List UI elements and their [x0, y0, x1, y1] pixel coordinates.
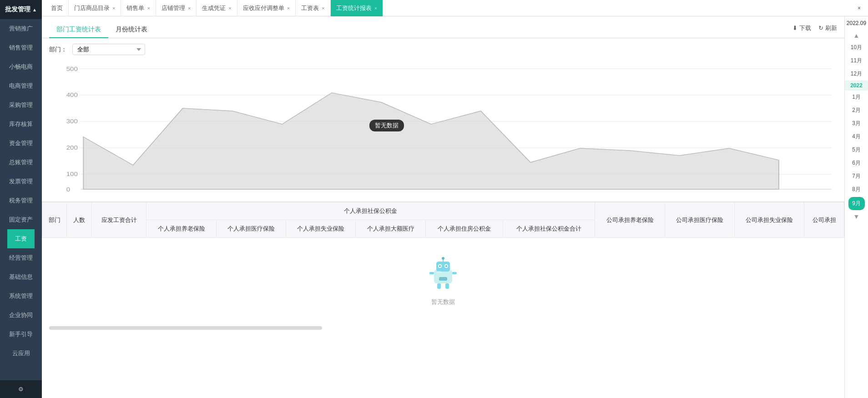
table-scrollbar[interactable] — [49, 326, 322, 330]
close-all-tabs-button[interactable]: × — [854, 5, 864, 11]
th-personal-pension: 个人承担养老保险 — [146, 220, 216, 238]
sidebar-item-12[interactable]: 经营管理 — [7, 248, 35, 267]
th-personal-major: 个人承担大额医疗 — [356, 220, 425, 238]
th-personal-medical: 个人承担医疗保险 — [216, 220, 286, 238]
refresh-label: 刷新 — [825, 24, 837, 32]
sidebar-item-17[interactable]: 云应用 — [7, 344, 35, 363]
th-company-unemploy: 公司承担失业保险 — [735, 202, 804, 238]
svg-rect-24 — [445, 283, 449, 289]
svg-point-16 — [439, 265, 441, 267]
sidebar-item-16[interactable]: 新手引导 — [7, 325, 35, 344]
month-panel-item-11[interactable]: 8月 — [845, 183, 868, 196]
tab-4[interactable]: 生成凭证× — [197, 0, 237, 16]
sidebar-item-6[interactable]: 资金管理 — [7, 134, 35, 153]
svg-point-17 — [445, 265, 447, 267]
tab-6[interactable]: 工资表× — [296, 0, 330, 16]
refresh-button[interactable]: ↻ 刷新 — [818, 24, 837, 32]
tab-7[interactable]: 工资统计报表× — [331, 0, 383, 16]
month-panel-year-3[interactable]: 2022 — [845, 81, 868, 91]
tab-close-2[interactable]: × — [147, 5, 150, 11]
month-panel-item-12[interactable]: 9月 — [848, 197, 865, 210]
th-company-other: 公司承担 — [804, 202, 844, 238]
svg-rect-21 — [429, 272, 434, 274]
svg-text:100: 100 — [66, 171, 78, 177]
sidebar-footer-settings[interactable]: ⚙ — [0, 380, 42, 398]
month-panel-item-8[interactable]: 5月 — [845, 143, 868, 156]
sidebar-item-10[interactable]: 固定资产 — [7, 210, 35, 229]
month-panel-item-9[interactable]: 6月 — [845, 156, 868, 170]
sidebar-item-8[interactable]: 发票管理 — [7, 172, 35, 191]
tab-0[interactable]: 首页 — [45, 0, 69, 16]
sidebar-item-11[interactable]: 工资 — [7, 229, 35, 248]
svg-point-20 — [442, 257, 444, 260]
sidebar-item-15[interactable]: 企业协同 — [7, 306, 35, 325]
tab-close-5[interactable]: × — [287, 5, 290, 11]
sidebar-item-14[interactable]: 系统管理 — [7, 287, 35, 306]
month-panel-item-4[interactable]: 1月 — [845, 91, 868, 104]
tab-2[interactable]: 销售单× — [121, 0, 156, 16]
tab-close-6[interactable]: × — [322, 5, 324, 11]
filter-dept-label: 部门： — [49, 45, 67, 54]
month-panel-year-label[interactable]: 2022.09 — [845, 16, 868, 30]
page-content: 部门工资统计表 月份统计表 ⬇ 下载 ↻ 刷新 部门： — [42, 16, 844, 398]
tab-close-3[interactable]: × — [188, 5, 191, 11]
svg-rect-12 — [434, 270, 452, 283]
dept-select[interactable]: 全部 — [72, 44, 145, 55]
svg-text:200: 200 — [66, 145, 78, 151]
sidebar-item-0[interactable]: 营销推广 — [7, 19, 35, 38]
tab-close-7[interactable]: × — [374, 5, 377, 11]
tab-5[interactable]: 应收应付调整单× — [237, 0, 296, 16]
sub-tabs: 部门工资统计表 月份统计表 ⬇ 下载 ↻ 刷新 — [42, 16, 844, 38]
tab-close-4[interactable]: × — [228, 5, 231, 11]
th-count: 人数 — [67, 202, 91, 238]
download-icon: ⬇ — [792, 25, 797, 31]
chart-area: 500 400 300 200 100 0 — [42, 60, 844, 202]
sidebar-header[interactable]: 批发管理 ▲ — [0, 0, 42, 19]
sidebar-item-5[interactable]: 库存核算 — [7, 115, 35, 134]
th-personal-total: 个人承担社保公积金合计 — [503, 220, 595, 238]
tab-bar: 首页门店商品目录×销售单×店铺管理×生成凭证×应收应付调整单×工资表×工资统计报… — [42, 0, 868, 16]
th-personal-unemploy: 个人承担失业保险 — [286, 220, 356, 238]
svg-rect-18 — [439, 277, 447, 281]
month-nav-down[interactable]: ▼ — [852, 211, 862, 222]
month-panel: 2022.09 ▲ 10月11月12月20221月2月3月4月5月6月7月8月9… — [844, 16, 868, 398]
th-dept: 部门 — [42, 202, 67, 238]
refresh-icon: ↻ — [818, 25, 823, 31]
sidebar-item-1[interactable]: 销售管理 — [7, 38, 35, 57]
th-salary: 应发工资合计 — [91, 202, 146, 238]
sidebar-item-13[interactable]: 基础信息 — [7, 267, 35, 287]
svg-text:300: 300 — [66, 118, 78, 124]
svg-rect-22 — [452, 272, 457, 274]
sidebar-item-3[interactable]: 电商管理 — [7, 76, 35, 96]
month-panel-item-6[interactable]: 3月 — [845, 117, 868, 130]
content-area: 部门工资统计表 月份统计表 ⬇ 下载 ↻ 刷新 部门： — [42, 16, 868, 398]
svg-text:0: 0 — [66, 186, 71, 192]
sub-tab-dept[interactable]: 部门工资统计表 — [49, 22, 108, 38]
month-panel-item-1[interactable]: 11月 — [845, 54, 868, 67]
sidebar-item-9[interactable]: 税务管理 — [7, 191, 35, 210]
sub-tabs-left: 部门工资统计表 月份统计表 — [49, 22, 155, 38]
empty-state: 暂无数据 — [42, 238, 844, 324]
main-area: 首页门店商品目录×销售单×店铺管理×生成凭证×应收应付调整单×工资表×工资统计报… — [42, 0, 868, 398]
tab-1[interactable]: 门店商品目录× — [69, 0, 121, 16]
table-wrapper: 部门 人数 应发工资合计 个人承担社保公积金 公司承担养老保险 公司承担医疗保险… — [42, 202, 844, 398]
sidebar-item-4[interactable]: 采购管理 — [7, 96, 35, 115]
tab-close-1[interactable]: × — [112, 5, 115, 11]
month-panel-item-2[interactable]: 12月 — [845, 67, 868, 81]
data-table: 部门 人数 应发工资合计 个人承担社保公积金 公司承担养老保险 公司承担医疗保险… — [42, 202, 844, 238]
sidebar-item-2[interactable]: 小畅电商 — [7, 57, 35, 76]
month-panel-item-0[interactable]: 10月 — [845, 41, 868, 54]
month-panel-item-5[interactable]: 2月 — [845, 104, 868, 117]
sub-tab-month[interactable]: 月份统计表 — [108, 22, 155, 38]
month-nav-up[interactable]: ▲ — [852, 30, 862, 41]
sub-tabs-right: ⬇ 下载 ↻ 刷新 — [792, 24, 837, 36]
empty-label: 暂无数据 — [431, 298, 455, 306]
tab-3[interactable]: 店铺管理× — [156, 0, 197, 16]
month-panel-item-7[interactable]: 4月 — [845, 130, 868, 143]
sidebar-title: 批发管理 — [5, 5, 30, 14]
filter-bar: 部门： 全部 — [42, 38, 844, 60]
month-panel-item-10[interactable]: 7月 — [845, 170, 868, 183]
download-button[interactable]: ⬇ 下载 — [792, 24, 811, 32]
th-company-pension: 公司承担养老保险 — [595, 202, 665, 238]
sidebar-item-7[interactable]: 总账管理 — [7, 153, 35, 172]
